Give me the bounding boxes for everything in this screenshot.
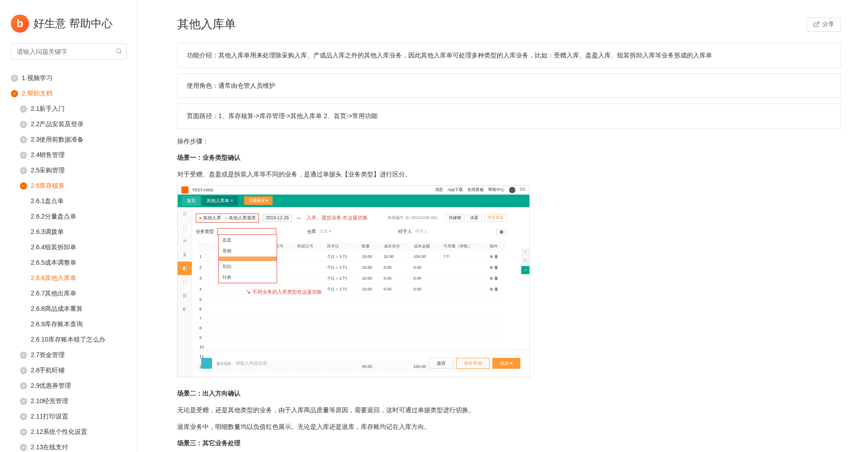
sc-test-label: TEST-H002	[192, 188, 213, 192]
intro-block: 功能介绍：其他入库单用来处理除采购入库、产成品入库之外的其他入库业务，因此其他入…	[177, 43, 841, 68]
tree-item-2-2[interactable]: +2.2产品安装及登录	[11, 117, 127, 132]
sc-support-icon: 在线客服	[467, 187, 484, 193]
plus-icon: +	[20, 382, 27, 390]
sc-side-icon: 🗑	[178, 248, 192, 262]
scene2-line2: 退库业务中，明细数量均以负值红色展示。无论是入库还是退库，库存账均记在入库方向。	[177, 420, 841, 434]
tree-item-2-6-9[interactable]: 2.6.9库存账本查询	[11, 317, 127, 332]
path-label: 页面路径：	[187, 112, 218, 119]
scene2-line1: 无论是受赠，还是其他类型的业务，由于入库商品质量等原因，需要退回，这时可通过单据…	[177, 403, 841, 417]
share-icon	[813, 21, 820, 28]
steps-label: 操作步骤：	[177, 134, 841, 148]
tree-item-videos[interactable]: +1.视频学习	[11, 71, 127, 86]
tree-item-2-12[interactable]: +2.12系统个性化设置	[11, 424, 127, 440]
brand-text: 好生意 帮助中心	[33, 16, 113, 31]
svg-line-2	[816, 22, 819, 24]
tree-item-2-6-6[interactable]: 2.6.6其他入库单	[11, 271, 127, 286]
path-text: 1、库存核算->库存管理->其他入库单 2、首页->常用功能	[218, 112, 377, 119]
plus-icon: +	[20, 428, 27, 436]
sc-side-icon: ⬚	[178, 221, 192, 234]
minus-icon: −	[11, 90, 18, 97]
sc-side-icon: ▤	[178, 289, 192, 302]
sc-side-icon: ✉	[178, 234, 192, 248]
plus-icon: +	[20, 352, 27, 359]
plus-icon: +	[11, 75, 18, 82]
sc-dropdown: 盘盈 受赠 初始 转换	[218, 234, 277, 283]
share-button[interactable]: 分享	[807, 17, 841, 32]
sc-tab-home: 首页	[182, 196, 200, 206]
tree-item-2-6-3[interactable]: 2.6.3调拨单	[11, 224, 127, 240]
tree-item-2-6-10[interactable]: 2.6.10库存账本错了怎么办	[11, 332, 127, 347]
scene2-title: 场景二：出入方向确认	[177, 386, 841, 400]
logo-icon: b	[11, 14, 29, 33]
tree-item-2-6-7[interactable]: 2.6.7其他出库单	[11, 286, 127, 301]
plus-icon: +	[20, 413, 27, 420]
tree-item-2-11[interactable]: +2.11打印设置	[11, 409, 127, 424]
intro-text: 其他入库单用来处理除采购入库、产成品入库之外的其他入库业务，因此其他入库单可处理…	[218, 52, 712, 59]
plus-icon: +	[20, 152, 27, 159]
sc-save-btn: 保存 ▾	[492, 358, 520, 369]
sc-help-icon: 帮助中心	[488, 187, 505, 193]
sc-cancel-btn: 放弃	[429, 358, 453, 369]
scene1-text: 对于受赠、盘盈或是拆装入库等不同的业务，是通过单据头【业务类型】进行区分。	[177, 167, 841, 181]
tree-item-2-6-2[interactable]: 2.6.2分量盘点单	[11, 209, 127, 224]
plus-icon: +	[20, 398, 27, 405]
role-block: 使用角色：通常由仓管人员维护	[177, 73, 841, 98]
screenshot-image: TEST-H002 消息 App下载 在线客服 帮助中心 CC 首页 其他入库单…	[177, 185, 530, 377]
tree-item-2-6-1[interactable]: 2.6.1盘点单	[11, 194, 127, 209]
sc-msg-icon: 消息	[435, 187, 443, 193]
plus-icon: +	[20, 105, 27, 113]
tree-item-2-6-8[interactable]: 2.6.8商品成本重算	[11, 301, 127, 317]
sc-buy-btn: 我要购买 ▾	[244, 196, 273, 205]
scene3-title: 场景三：其它业务处理	[177, 436, 841, 450]
sc-side-icon: ☰	[178, 207, 192, 221]
sc-user: CC	[520, 187, 526, 193]
tree-item-2-9[interactable]: +2.9优惠券管理	[11, 378, 127, 394]
sc-app-icon: App下载	[448, 187, 463, 193]
sc-draft-btn: 保存草稿	[456, 358, 490, 369]
main-content: 其他入库单 分享 功能介绍：其他入库单用来处理除采购入库、产成品入库之外的其他入…	[137, 0, 868, 452]
role-label: 使用角色：	[187, 82, 218, 89]
sc-logo-icon	[181, 186, 189, 194]
sc-annotation-2: 不同业务的入库类型在这里切换	[252, 289, 322, 295]
path-block: 页面路径：1、库存核算->库存管理->其他入库单 2、首页->常用功能	[177, 104, 841, 128]
sc-side-icon: ⬚	[178, 275, 192, 289]
plus-icon: +	[20, 444, 27, 451]
svg-line-1	[120, 52, 122, 54]
plus-icon: +	[20, 167, 27, 174]
tree-item-2-3[interactable]: +2.3使用前数据准备	[11, 132, 127, 147]
tree-item-2-7[interactable]: +2.7资金管理	[11, 347, 127, 363]
tree-item-2-5[interactable]: +2.5采购管理	[11, 163, 127, 178]
logo-row: b 好生意 帮助中心	[11, 14, 127, 33]
tree-item-2-1[interactable]: +2.1新手入门	[11, 101, 127, 117]
page-title: 其他入库单	[177, 16, 236, 32]
tree-item-2-8[interactable]: +2.8手机旺铺	[11, 363, 127, 378]
scene1-title: 场景一：业务类型确认	[177, 151, 841, 165]
sc-side-icon-active: ◧	[178, 262, 192, 275]
tree-item-2-10[interactable]: +2.10经营管理	[11, 394, 127, 409]
sc-tab-current: 其他入库单 ×	[202, 196, 238, 206]
sc-avatar-icon	[509, 187, 515, 193]
tree-item-2-6[interactable]: −2.6库存核算	[11, 178, 127, 194]
sidebar: b 好生意 帮助中心 +1.视频学习 −2.帮助文档 +2.1新手入门 +2.2…	[0, 0, 137, 452]
tree-item-docs[interactable]: −2.帮助文档	[11, 86, 127, 101]
search-icon[interactable]	[115, 48, 123, 56]
tree-item-2-6-5[interactable]: 2.6.5成本调整单	[11, 255, 127, 271]
svg-point-0	[117, 49, 121, 53]
tree-item-2-6-4[interactable]: 2.6.4组装拆卸单	[11, 240, 127, 255]
plus-icon: +	[20, 121, 27, 128]
search-box	[11, 43, 127, 60]
plus-icon: +	[20, 367, 27, 374]
intro-label: 功能介绍：	[187, 52, 218, 59]
sc-note-icon	[201, 358, 212, 369]
sc-annotation-1: 入库、退货业务 在这里切换	[307, 214, 368, 221]
tree-item-2-4[interactable]: +2.4销售管理	[11, 147, 127, 163]
plus-icon: +	[20, 136, 27, 143]
tree-item-2-13[interactable]: +2.13在线支付	[11, 440, 127, 452]
search-input[interactable]	[11, 43, 127, 60]
sc-side-icon: ◐	[178, 302, 192, 316]
role-text: 通常由仓管人员维护	[218, 82, 275, 89]
minus-icon: −	[20, 182, 27, 190]
nav-tree: +1.视频学习 −2.帮助文档 +2.1新手入门 +2.2产品安装及登录 +2.…	[11, 71, 127, 452]
